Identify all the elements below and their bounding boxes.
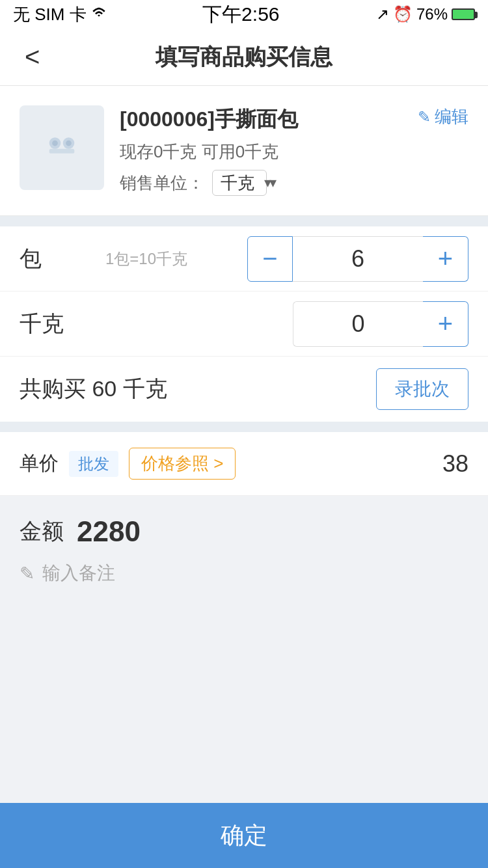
svg-point-3: [66, 141, 72, 146]
amount-label: 金额: [20, 517, 64, 547]
wifi-icon: [92, 5, 106, 25]
product-stock: 现存0千克 可用0千克: [120, 141, 468, 163]
confirm-button[interactable]: 确定: [0, 803, 488, 868]
kg-row: 千克 +: [0, 292, 488, 357]
edit-icon: ✎: [418, 108, 431, 126]
status-left: 无 SIM 卡: [13, 3, 106, 26]
product-info: [0000006]手撕面包 现存0千克 可用0千克 销售单位： 千克 ▾: [120, 105, 468, 196]
page-title: 填写商品购买信息: [156, 42, 332, 72]
product-unit: 销售单位： 千克 ▾: [120, 170, 468, 196]
bao-row: 包 1包=10千克 − +: [0, 226, 488, 292]
product-name: [0000006]手撕面包: [120, 105, 468, 134]
section-divider-2: [0, 422, 488, 432]
bao-input[interactable]: [293, 236, 423, 282]
kg-label: 千克: [20, 309, 98, 339]
back-button[interactable]: <: [18, 36, 46, 78]
price-section: 单价 批发 价格参照 > 38: [0, 432, 488, 496]
amount-row: 金额 2280: [20, 515, 468, 548]
note-row[interactable]: ✎ 输入备注: [20, 561, 468, 586]
batch-button[interactable]: 录批次: [376, 368, 468, 410]
price-tag: 批发: [69, 451, 118, 477]
main-content: [0000006]手撕面包 现存0千克 可用0千克 销售单位： 千克 ▾ ✎ 编…: [0, 86, 488, 868]
amount-value: 2280: [77, 515, 141, 548]
price-row: 单价 批发 价格参照 > 38: [0, 432, 488, 496]
edit-button[interactable]: ✎ 编辑: [418, 105, 468, 128]
note-text: 输入备注: [42, 561, 115, 586]
bao-label: 包: [20, 244, 98, 274]
total-text: 共购买 60 千克: [20, 374, 167, 404]
bao-plus-button[interactable]: +: [423, 236, 468, 282]
nav-bar: < 填写商品购买信息: [0, 29, 488, 86]
alarm-icon: ⏰: [393, 5, 413, 23]
product-image: [20, 105, 104, 190]
svg-rect-4: [49, 149, 75, 154]
bao-controls: − +: [247, 236, 468, 282]
status-bar: 无 SIM 卡 下午2:56 ↗ ⏰ 76%: [0, 0, 488, 29]
battery-icon: [452, 8, 475, 20]
status-time: 下午2:56: [202, 1, 279, 28]
location-icon: ↗: [376, 5, 389, 23]
carrier-text: 无 SIM 卡: [13, 3, 87, 26]
bao-minus-button[interactable]: −: [247, 236, 293, 282]
battery-text: 76%: [416, 5, 448, 23]
amount-section: 金额 2280 ✎ 输入备注: [0, 496, 488, 599]
note-icon: ✎: [20, 563, 34, 584]
price-value: 38: [442, 450, 468, 478]
status-right: ↗ ⏰ 76%: [376, 5, 475, 23]
bao-hint: 1包=10千克: [105, 249, 247, 269]
kg-input[interactable]: [293, 301, 423, 347]
price-ref-button[interactable]: 价格参照 >: [129, 448, 236, 480]
total-row: 共购买 60 千克 录批次: [0, 357, 488, 422]
kg-controls: +: [293, 301, 468, 347]
unit-label: 销售单位：: [120, 172, 204, 195]
svg-point-1: [52, 141, 58, 146]
input-section: 包 1包=10千克 − + 千克 + 共购买 60 千克 录批次: [0, 226, 488, 422]
unit-select-wrapper[interactable]: 千克 ▾: [212, 170, 277, 196]
product-card: [0000006]手撕面包 现存0千克 可用0千克 销售单位： 千克 ▾ ✎ 编…: [0, 86, 488, 216]
unit-select[interactable]: 千克: [212, 170, 267, 196]
edit-label: 编辑: [435, 105, 468, 128]
section-divider-1: [0, 216, 488, 226]
kg-plus-button[interactable]: +: [423, 301, 468, 347]
price-label: 单价: [20, 450, 59, 477]
